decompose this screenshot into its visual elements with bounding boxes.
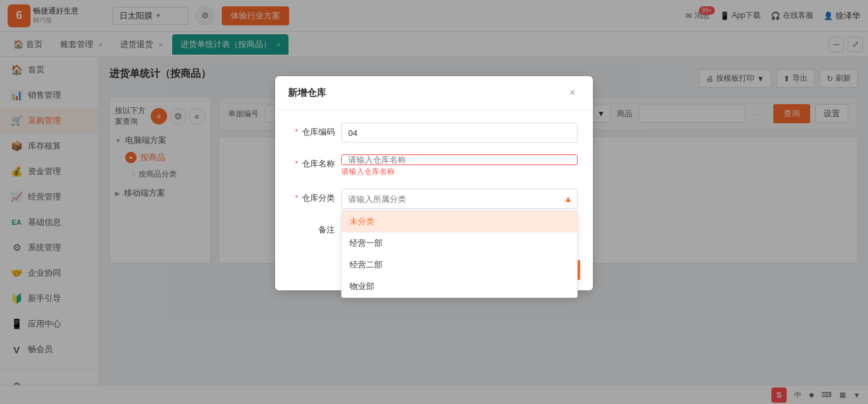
form-row-code: * 仓库编码	[290, 123, 578, 143]
name-error-tip: 请输入仓库名称	[341, 166, 578, 177]
name-label: * 仓库名称	[290, 154, 335, 170]
modal-close-button[interactable]: ×	[565, 85, 580, 100]
modal-overlay: 新增仓库 × * 仓库编码 * 仓库名称 请输入仓库名称	[0, 0, 868, 404]
note-label: 备注	[290, 220, 335, 236]
dropdown-option-dept2[interactable]: 经营二部	[342, 254, 577, 276]
category-dropdown[interactable]: ▲ 未分类 经营一部 经营二部 物业部	[341, 189, 578, 209]
modal-body: * 仓库编码 * 仓库名称 请输入仓库名称 *	[275, 110, 593, 253]
category-dropdown-list: 未分类 经营一部 经营二部 物业部	[341, 210, 578, 298]
category-input[interactable]	[341, 189, 578, 209]
dropdown-option-unclassified[interactable]: 未分类	[342, 211, 577, 232]
dropdown-option-dept3[interactable]: 物业部	[342, 276, 577, 297]
new-warehouse-modal: 新增仓库 × * 仓库编码 * 仓库名称 请输入仓库名称	[275, 76, 593, 290]
form-row-name: * 仓库名称 请输入仓库名称	[290, 154, 578, 177]
category-label: * 仓库分类	[290, 189, 335, 204]
modal-header: 新增仓库 ×	[275, 76, 593, 110]
warehouse-code-input[interactable]	[341, 123, 578, 143]
dropdown-option-dept1[interactable]: 经营一部	[342, 232, 577, 254]
code-label: * 仓库编码	[290, 123, 335, 138]
name-field-wrap: 请输入仓库名称	[341, 154, 578, 177]
modal-title: 新增仓库	[288, 87, 326, 99]
warehouse-name-input[interactable]	[341, 154, 578, 165]
form-row-category: * 仓库分类 ▲ 未分类 经营一部 经营二部 物业部	[290, 189, 578, 209]
